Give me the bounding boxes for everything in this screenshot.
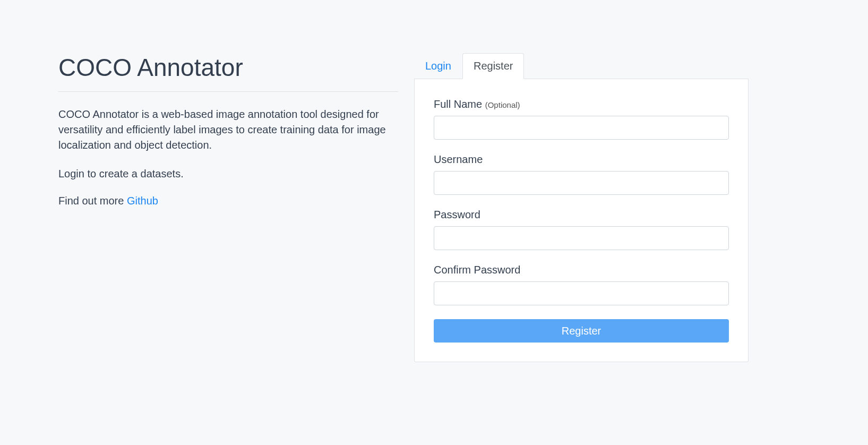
full-name-label: Full Name (Optional) xyxy=(434,98,729,110)
full-name-optional-text: (Optional) xyxy=(485,100,520,109)
page-title: COCO Annotator xyxy=(58,53,398,82)
confirm-password-label: Confirm Password xyxy=(434,264,729,276)
auth-tabs: Login Register xyxy=(414,53,749,79)
tab-login[interactable]: Login xyxy=(414,53,462,79)
left-panel: COCO Annotator COCO Annotator is a web-b… xyxy=(58,53,398,362)
github-link[interactable]: Github xyxy=(127,195,158,207)
login-hint-text: Login to create a datasets. xyxy=(58,168,398,180)
right-panel: Login Register Full Name (Optional) User… xyxy=(414,53,749,362)
password-field[interactable] xyxy=(434,226,729,250)
divider xyxy=(58,91,398,92)
username-label: Username xyxy=(434,153,729,166)
tab-register[interactable]: Register xyxy=(462,53,524,79)
description-text: COCO Annotator is a web-based image anno… xyxy=(58,107,398,153)
full-name-field[interactable] xyxy=(434,116,729,140)
username-field[interactable] xyxy=(434,171,729,195)
password-label: Password xyxy=(434,209,729,221)
full-name-label-text: Full Name xyxy=(434,98,485,110)
find-more-text: Find out more Github xyxy=(58,195,398,207)
register-form: Full Name (Optional) Username Password C… xyxy=(414,79,749,362)
register-button[interactable]: Register xyxy=(434,319,729,343)
find-more-prefix: Find out more xyxy=(58,195,127,207)
confirm-password-field[interactable] xyxy=(434,281,729,305)
